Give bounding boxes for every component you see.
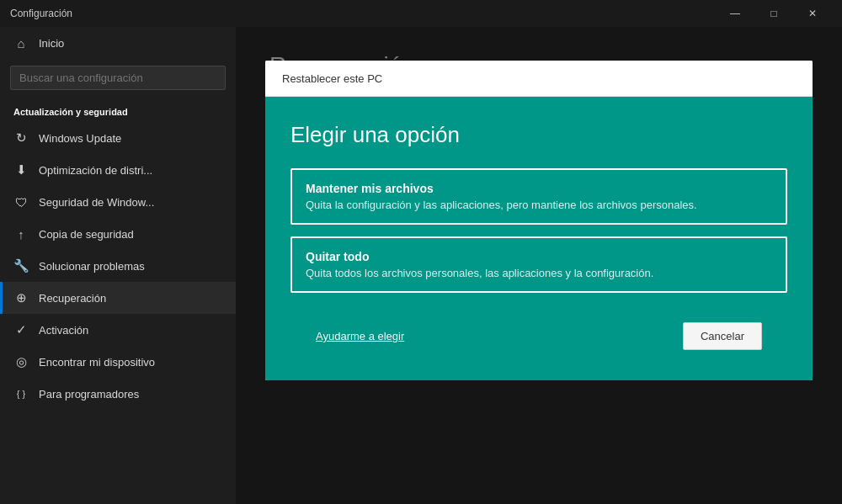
wrench-icon: 🔧: [13, 258, 29, 273]
help-link[interactable]: Ayudarme a elegir: [316, 330, 404, 342]
sidebar-item-encontrar[interactable]: ◎ Encontrar mi dispositivo: [0, 346, 236, 378]
option-remove-all[interactable]: Quitar todo Quita todos los archivos per…: [290, 236, 787, 293]
sidebar: ⌂ Inicio Actualización y seguridad ↻ Win…: [0, 27, 236, 504]
recovery-icon: ⊕: [13, 290, 29, 305]
sidebar-label-programadores: Para programadores: [39, 388, 139, 401]
sidebar-label-update: Windows Update: [39, 132, 121, 145]
sidebar-item-optimizacion[interactable]: ⬇ Optimización de distri...: [0, 154, 236, 186]
close-button[interactable]: ✕: [793, 0, 832, 27]
update-icon: ↻: [13, 130, 29, 146]
sidebar-item-seguridad[interactable]: 🛡 Seguridad de Window...: [0, 186, 236, 218]
modal-title: Elegir una opción: [290, 122, 787, 148]
sidebar-item-copia[interactable]: ↑ Copia de seguridad: [0, 218, 236, 250]
sidebar-section-header: Actualización y seguridad: [0, 97, 236, 122]
option-remove-all-desc: Quita todos los archivos personales, las…: [306, 267, 772, 279]
option-keep-files-desc: Quita la configuración y las aplicacione…: [306, 199, 772, 211]
sidebar-label-activacion: Activación: [39, 324, 88, 337]
sidebar-item-activacion[interactable]: ✓ Activación: [0, 314, 236, 346]
option-keep-files[interactable]: Mantener mis archivos Quita la configura…: [290, 168, 787, 225]
sidebar-item-inicio[interactable]: ⌂ Inicio: [0, 27, 236, 59]
cancel-button[interactable]: Cancelar: [683, 322, 762, 350]
option-remove-all-title: Quitar todo: [306, 250, 772, 263]
sidebar-item-solucionar[interactable]: 🔧 Solucionar problemas: [0, 250, 236, 282]
sidebar-label-encontrar: Encontrar mi dispositivo: [39, 356, 155, 369]
sidebar-label-inicio: Inicio: [39, 37, 64, 50]
modal-footer: Ayudarme a elegir Cancelar: [290, 309, 787, 363]
sidebar-label-copia: Copia de seguridad: [39, 228, 134, 241]
app-title: Configuración: [10, 8, 72, 19]
minimize-button[interactable]: —: [716, 0, 754, 27]
modal-dialog: Restablecer este PC Elegir una opción Ma…: [265, 61, 813, 380]
main-content: Recuperación DVD); cambia la configuraci…: [236, 27, 842, 504]
maximize-button[interactable]: □: [754, 0, 793, 27]
modal-overlay: Restablecer este PC Elegir una opción Ma…: [236, 27, 842, 504]
modal-header-title: Restablecer este PC: [282, 72, 382, 85]
sidebar-item-windows-update[interactable]: ↻ Windows Update: [0, 122, 236, 154]
sidebar-item-programadores[interactable]: { } Para programadores: [0, 378, 236, 410]
title-bar: Configuración — □ ✕: [0, 0, 842, 27]
shield-icon: 🛡: [13, 194, 29, 210]
sidebar-label-recuperacion: Recuperación: [39, 292, 106, 305]
backup-icon: ↑: [13, 226, 29, 241]
download-icon: ⬇: [13, 162, 29, 178]
sidebar-label-seguridad: Seguridad de Window...: [39, 196, 154, 209]
find-icon: ◎: [13, 354, 29, 369]
dev-icon: { }: [13, 386, 29, 401]
sidebar-item-recuperacion[interactable]: ⊕ Recuperación: [0, 282, 236, 314]
modal-body: Elegir una opción Mantener mis archivos …: [265, 97, 813, 380]
option-keep-files-title: Mantener mis archivos: [306, 182, 772, 195]
sidebar-label-optimizacion: Optimización de distri...: [39, 164, 152, 177]
app-layout: ⌂ Inicio Actualización y seguridad ↻ Win…: [0, 27, 842, 504]
modal-header: Restablecer este PC: [265, 61, 813, 97]
activation-icon: ✓: [13, 322, 29, 337]
home-icon: ⌂: [13, 35, 29, 50]
search-input[interactable]: [10, 66, 226, 90]
window-controls: — □ ✕: [716, 0, 832, 27]
sidebar-label-solucionar: Solucionar problemas: [39, 260, 145, 273]
